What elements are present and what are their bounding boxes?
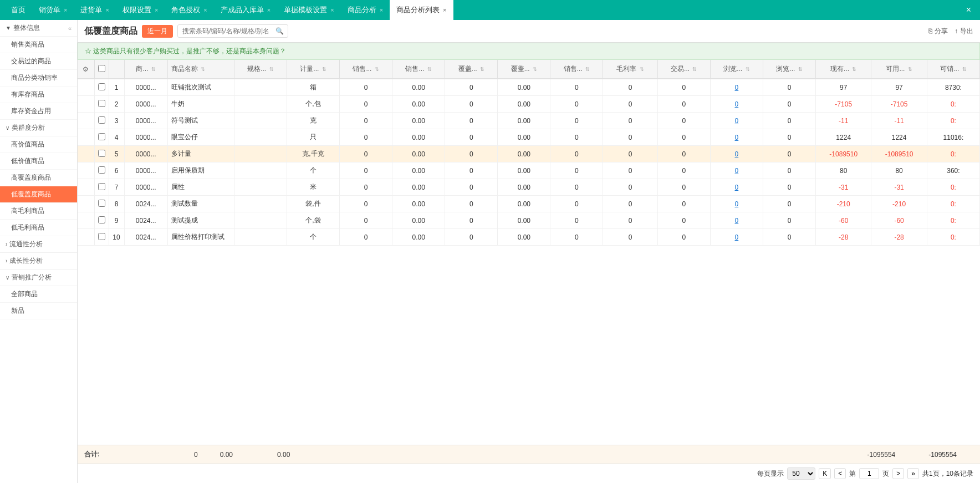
column-sales-amt[interactable]: 销售... ⇅ — [392, 60, 445, 79]
sidebar-item-new-goods[interactable]: 新品 — [0, 303, 77, 319]
export-button[interactable]: ↑ 导出 — [955, 27, 973, 36]
nav-tab-sales[interactable]: 销货单 × — [32, 0, 74, 20]
column-sales3[interactable]: 销售... ⇅ — [550, 60, 603, 79]
row-checkbox[interactable] — [94, 162, 109, 179]
column-sales-qty[interactable]: 销售... ⇅ — [340, 60, 392, 79]
column-current[interactable]: 现有... ⇅ — [816, 60, 871, 79]
row-checkbox[interactable] — [94, 79, 109, 96]
sidebar-item-low-coverage[interactable]: 低覆盖度商品 — [0, 186, 77, 203]
row-cov1: 0 — [445, 113, 498, 129]
column-spec[interactable]: 规格... ⇅ — [234, 60, 287, 79]
share-button[interactable]: ⎘ 分享 — [928, 27, 948, 36]
prev-page-button[interactable]: < — [834, 468, 846, 479]
sidebar-group-quality[interactable]: ∨ 类群度分析 — [0, 120, 77, 136]
sidebar-item-all-goods[interactable]: 全部商品 — [0, 286, 77, 303]
nav-tab-product-entry[interactable]: 产成品入库单 × — [214, 0, 277, 20]
close-analysis-list-tab[interactable]: × — [443, 7, 446, 13]
content-area: 低覆盖度商品 近一月 🔍 ⎘ 分享 ↑ 导出 ☆ 这类商品只有很少客户购买过，是… — [78, 20, 980, 483]
page-size-select[interactable]: 50 100 200 — [787, 467, 815, 480]
sidebar-item-turnover-rate[interactable]: 商品分类动销率 — [0, 70, 77, 87]
first-page-button[interactable]: K — [819, 468, 831, 479]
row-browse1[interactable]: 0 — [710, 196, 763, 212]
sidebar-item-sales-goods[interactable]: 销售类商品 — [0, 37, 77, 53]
column-available[interactable]: 可用... ⇅ — [871, 60, 927, 79]
column-browse2[interactable]: 浏览... ⇅ — [763, 60, 815, 79]
column-code[interactable]: 商... ⇅ — [124, 60, 167, 79]
column-checkbox[interactable] — [94, 60, 109, 79]
row-browse1[interactable]: 0 — [710, 146, 763, 162]
search-input[interactable] — [177, 24, 288, 38]
sidebar-group-marketing[interactable]: ∨ 营销推广分析 — [0, 270, 77, 286]
row-cov1: 0 — [445, 179, 498, 196]
close-sales-tab[interactable]: × — [64, 7, 67, 13]
row-browse1[interactable]: 0 — [710, 113, 763, 129]
row-browse1[interactable]: 0 — [710, 179, 763, 196]
sidebar-item-high-value[interactable]: 高价值商品 — [0, 136, 77, 153]
row-checkbox[interactable] — [94, 146, 109, 162]
nav-tab-role[interactable]: 角色授权 × — [165, 0, 213, 20]
row-settings — [78, 196, 94, 212]
column-trans[interactable]: 交易... ⇅ — [657, 60, 710, 79]
sidebar-group-overview[interactable]: ▼ 整体信息 « — [0, 20, 77, 37]
row-settings — [78, 229, 94, 246]
nav-tab-purchase[interactable]: 进货单 × — [74, 0, 115, 20]
select-all-checkbox[interactable] — [98, 65, 105, 72]
nav-tab-perms[interactable]: 权限设置 × — [116, 0, 165, 20]
sidebar-item-high-coverage[interactable]: 高覆盖度商品 — [0, 170, 77, 186]
row-trans: 0 — [657, 229, 710, 246]
date-filter-button[interactable]: 近一月 — [142, 25, 173, 38]
row-checkbox[interactable] — [94, 96, 109, 113]
column-unit[interactable]: 计量... ⇅ — [287, 60, 339, 79]
column-settings[interactable]: ⚙ — [78, 60, 94, 79]
sidebar-item-traded-goods[interactable]: 交易过的商品 — [0, 53, 77, 70]
column-name[interactable]: 商品名称 ⇅ — [167, 60, 234, 79]
close-perms-tab[interactable]: × — [155, 7, 158, 13]
column-browse1[interactable]: 浏览... ⇅ — [710, 60, 763, 79]
row-checkbox[interactable] — [94, 129, 109, 146]
close-analysis-tab[interactable]: × — [380, 7, 383, 13]
sidebar-group-flow[interactable]: › 流通性分析 — [0, 236, 77, 253]
last-page-button[interactable]: » — [907, 468, 919, 479]
collapse-sidebar-icon[interactable]: « — [68, 25, 72, 32]
row-checkbox[interactable] — [94, 196, 109, 212]
sidebar-item-low-profit[interactable]: 低毛利商品 — [0, 220, 77, 236]
close-role-tab[interactable]: × — [203, 7, 207, 13]
close-product-entry-tab[interactable]: × — [267, 7, 270, 13]
row-checkbox[interactable] — [94, 212, 109, 229]
row-browse1[interactable]: 0 — [710, 212, 763, 229]
row-trans: 0 — [657, 212, 710, 229]
nav-tab-template[interactable]: 单据模板设置 × — [277, 0, 340, 20]
column-cov2[interactable]: 覆盖... ⇅ — [498, 60, 550, 79]
sidebar-item-high-profit[interactable]: 高毛利商品 — [0, 203, 77, 220]
sidebar-group-growth[interactable]: › 成长性分析 — [0, 253, 77, 270]
column-gross[interactable]: 毛利率 ⇅ — [603, 60, 657, 79]
table-container[interactable]: ⚙ 商... ⇅ 商品名称 ⇅ 规格... ⇅ 计量... ⇅ 销售... ⇅ … — [78, 60, 980, 445]
row-browse1[interactable]: 0 — [710, 96, 763, 113]
row-browse2: 0 — [763, 129, 815, 146]
row-spec — [234, 212, 287, 229]
row-num: 2 — [109, 96, 124, 113]
nav-tab-analysis[interactable]: 商品分析 × — [341, 0, 390, 20]
column-sellable[interactable]: 可销... ⇅ — [927, 60, 979, 79]
row-checkbox[interactable] — [94, 113, 109, 129]
sidebar-item-low-value[interactable]: 低价值商品 — [0, 153, 77, 170]
row-sales-amt: 0.00 — [392, 179, 445, 196]
close-purchase-tab[interactable]: × — [105, 7, 109, 13]
row-checkbox[interactable] — [94, 179, 109, 196]
next-page-button[interactable]: > — [892, 468, 904, 479]
row-browse1[interactable]: 0 — [710, 229, 763, 246]
row-browse1[interactable]: 0 — [710, 162, 763, 179]
sidebar-item-with-stock[interactable]: 有库存商品 — [0, 87, 77, 103]
nav-tab-home[interactable]: 首页 — [4, 0, 32, 20]
close-template-tab[interactable]: × — [330, 7, 334, 13]
nav-tab-analysis-list[interactable]: 商品分析列表 × — [390, 0, 453, 20]
sidebar-item-stock-capital[interactable]: 库存资金占用 — [0, 103, 77, 120]
row-checkbox[interactable] — [94, 229, 109, 246]
page-number-input[interactable] — [859, 468, 879, 479]
row-name: 属性价格打印测试 — [167, 229, 234, 246]
row-browse1[interactable]: 0 — [710, 79, 763, 96]
close-all-tabs[interactable]: × — [962, 5, 976, 15]
column-cov1[interactable]: 覆盖... ⇅ — [445, 60, 498, 79]
row-browse1[interactable]: 0 — [710, 129, 763, 146]
row-sellable: 11016: — [927, 129, 979, 146]
